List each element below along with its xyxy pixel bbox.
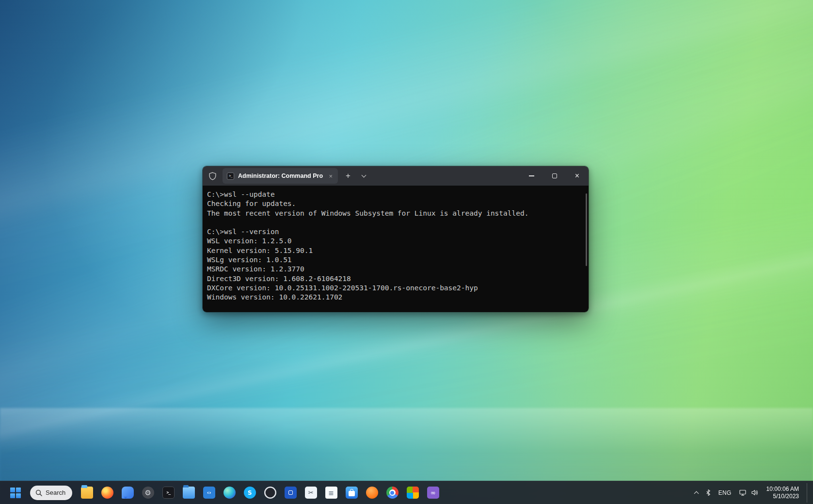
chrome-glyph xyxy=(386,487,399,499)
network-icon xyxy=(739,489,747,496)
search-label: Search xyxy=(46,489,65,496)
brave-icon[interactable] xyxy=(362,483,382,503)
new-tab-button[interactable]: + xyxy=(340,171,356,181)
tab-close-icon[interactable]: × xyxy=(327,172,334,180)
terminal-titlebar[interactable]: >_ Administrator: Command Pro × + × xyxy=(203,166,589,186)
terminal-window: >_ Administrator: Command Pro × + × C:\>… xyxy=(202,166,589,313)
admin-shield-icon xyxy=(208,172,217,180)
microsoft-365-glyph xyxy=(407,487,419,499)
microsoft-store-icon[interactable] xyxy=(342,483,361,503)
terminal-line: Kernel version: 5.15.90.1 xyxy=(207,246,582,255)
chevron-up-icon xyxy=(694,491,699,496)
network-volume-button[interactable] xyxy=(736,483,762,503)
date-label: 5/10/2023 xyxy=(766,493,799,500)
chat-icon[interactable] xyxy=(118,483,137,503)
hidden-icons-button[interactable] xyxy=(691,483,701,503)
obs-studio-icon[interactable] xyxy=(260,483,280,503)
firefox-icon[interactable] xyxy=(97,483,117,503)
command-prompt-glyph: >_ xyxy=(162,487,175,499)
terminal-line: C:\>wsl --update xyxy=(207,190,582,199)
cmd-icon: >_ xyxy=(227,173,234,180)
edge-glyph xyxy=(223,487,236,499)
vscode-glyph: ‹› xyxy=(203,487,215,499)
language-indicator[interactable]: ENG xyxy=(715,483,735,503)
microsoft-store-glyph xyxy=(346,487,358,499)
chevron-down-icon xyxy=(361,173,366,178)
show-desktop-button[interactable] xyxy=(807,483,809,503)
notepad-icon[interactable]: ≡ xyxy=(321,483,341,503)
command-prompt-icon[interactable]: >_ xyxy=(159,483,178,503)
maximize-button[interactable] xyxy=(543,166,566,186)
terminal-line: The most recent version of Windows Subsy… xyxy=(207,209,582,218)
skype-glyph: S xyxy=(244,487,256,499)
terminal-line: C:\>wsl --version xyxy=(207,227,582,236)
terminal-output[interactable]: C:\>wsl --updateChecking for updates.The… xyxy=(203,186,589,313)
tab-dropdown-button[interactable] xyxy=(356,175,371,177)
start-button[interactable] xyxy=(6,483,25,503)
vscode-icon[interactable]: ‹› xyxy=(199,483,219,503)
taskbar-left: Search ⚙>_‹›S✂≡∞ xyxy=(6,483,443,503)
terminal-line xyxy=(207,218,582,227)
tab-title: Administrator: Command Pro xyxy=(238,173,323,179)
close-button[interactable]: × xyxy=(566,166,589,186)
terminal-line: WSLg version: 1.0.51 xyxy=(207,255,582,265)
search-icon xyxy=(35,489,42,496)
terminal-tab[interactable]: >_ Administrator: Command Pro × xyxy=(223,168,338,184)
taskbar-apps: ⚙>_‹›S✂≡∞ xyxy=(77,483,443,503)
terminal-line: Direct3D version: 1.608.2-61064218 xyxy=(207,274,582,284)
language-label: ENG xyxy=(718,489,732,496)
minimize-button[interactable] xyxy=(520,166,543,186)
brave-glyph xyxy=(366,487,378,499)
firefox-glyph xyxy=(101,487,113,499)
settings-icon[interactable]: ⚙ xyxy=(138,483,158,503)
dev-home-icon[interactable] xyxy=(281,483,300,503)
settings-glyph: ⚙ xyxy=(142,487,154,499)
notepad-glyph: ≡ xyxy=(325,487,337,499)
obs-studio-glyph xyxy=(264,487,276,499)
search-button[interactable]: Search xyxy=(30,486,72,500)
visual-studio-glyph: ∞ xyxy=(427,487,439,499)
skype-icon[interactable]: S xyxy=(240,483,259,503)
taskbar: Search ⚙>_‹›S✂≡∞ ENG xyxy=(0,481,813,504)
clock[interactable]: 10:00:06 AM 5/10/2023 xyxy=(763,486,803,500)
folder-glyph xyxy=(183,487,195,499)
chrome-icon[interactable] xyxy=(383,483,402,503)
file-explorer-icon[interactable] xyxy=(77,483,96,503)
visual-studio-icon[interactable]: ∞ xyxy=(423,483,443,503)
folder-icon[interactable] xyxy=(179,483,198,503)
window-controls: × xyxy=(520,166,589,186)
terminal-scrollbar[interactable] xyxy=(586,193,587,266)
terminal-line: MSRDC version: 1.2.3770 xyxy=(207,265,582,274)
terminal-line: DXCore version: 10.0.25131.1002-220531-1… xyxy=(207,284,582,293)
file-explorer-glyph xyxy=(81,487,93,499)
edge-icon[interactable] xyxy=(220,483,239,503)
bluetooth-button[interactable] xyxy=(702,483,714,503)
maximize-icon xyxy=(552,173,557,178)
terminal-line: Checking for updates. xyxy=(207,199,582,208)
minimize-icon xyxy=(529,175,534,176)
snipping-tool-icon[interactable]: ✂ xyxy=(301,483,320,503)
windows-logo-icon xyxy=(10,488,21,498)
bluetooth-icon xyxy=(706,489,711,496)
volume-icon xyxy=(751,489,758,496)
snipping-tool-glyph: ✂ xyxy=(305,487,317,499)
chat-glyph xyxy=(122,487,134,499)
terminal-line: Windows version: 10.0.22621.1702 xyxy=(207,293,582,302)
time-label: 10:00:06 AM xyxy=(766,486,799,493)
terminal-line: WSL version: 1.2.5.0 xyxy=(207,236,582,246)
dev-home-glyph xyxy=(285,487,297,499)
microsoft-365-icon[interactable] xyxy=(403,483,422,503)
system-tray: ENG 10:00:06 AM 5/10/2023 xyxy=(691,483,809,503)
